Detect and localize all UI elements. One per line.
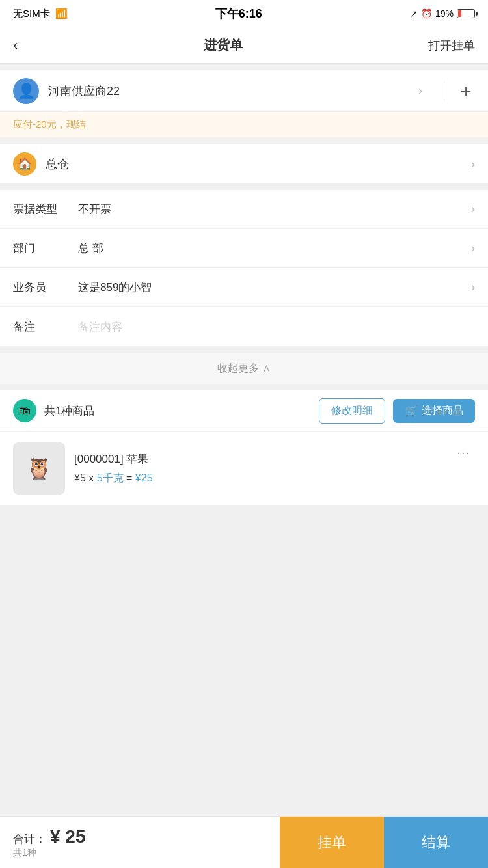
location-icon: ↗ [410,8,418,19]
dept-value: 总 部 [78,241,471,256]
total-sub: 共1种 [13,847,267,859]
time-display: 下午6:16 [215,6,262,21]
product-price: ¥5 x 5千克 = ¥25 [74,472,442,485]
status-bar: 无SIM卡 📶 下午6:16 ↗ ⏰ 19% [0,0,488,27]
product-more-button[interactable]: ··· [452,442,475,463]
open-hold-button[interactable]: 打开挂单 [428,38,475,53]
product-title: 苹果 [126,453,148,465]
top-divider [0,64,488,70]
supplier-avatar: 👤 [13,78,39,104]
product-info: [0000001] 苹果 ¥5 x 5千克 = ¥25 [74,452,442,485]
unit-price: ¥5 [74,472,86,483]
select-label: 选择商品 [422,404,463,418]
quantity: 5千克 [97,472,124,483]
remark-row[interactable]: 备注 备注内容 [0,307,488,346]
product-item: 🦉 [0000001] 苹果 ¥5 x 5千克 = ¥25 ··· [0,432,488,505]
warehouse-name: 总仓 [46,156,471,172]
sales-value: 这是859的小智 [78,280,471,295]
total-area: 合计： ¥ 25 共1种 [0,826,280,859]
product-count: 共1种商品 [44,403,311,418]
dept-arrow-icon: › [471,241,475,255]
status-left: 无SIM卡 📶 [13,8,68,20]
product-header: 🛍 共1种商品 修改明细 🛒 选择商品 [0,390,488,431]
supplier-arrow-icon: › [418,84,422,98]
supplier-row[interactable]: 👤 河南供应商22 › ＋ [0,70,488,112]
total-price: ¥25 [135,472,153,483]
avatar-icon: 👤 [18,83,35,100]
nav-bar: ‹ 进货单 打开挂单 [0,27,488,64]
collapse-bar[interactable]: 收起更多 ∧ [0,353,488,384]
product-icon: 🛍 [13,399,36,422]
status-right: ↗ ⏰ 19% [410,8,475,19]
select-icon: 🛒 [405,405,418,417]
supplier-divider [446,81,446,101]
price-separator: x [88,472,96,483]
equals: = [126,472,135,483]
battery-icon [457,9,475,18]
modify-detail-button[interactable]: 修改明细 [319,398,385,424]
bottom-bar: 合计： ¥ 25 共1种 挂单 结算 [0,816,488,868]
product-name: [0000001] 苹果 [74,452,442,467]
sales-arrow-icon: › [471,280,475,294]
hold-button[interactable]: 挂单 [280,817,384,869]
battery-percent: 19% [435,8,454,19]
notice-bar: 应付-20元，现结 [0,112,488,138]
invoice-value: 不开票 [78,202,471,217]
supplier-name: 河南供应商22 [48,83,418,99]
remark-label: 备注 [13,319,78,334]
product-code: [0000001] [74,453,124,465]
total-amount: ¥ 25 [50,826,86,847]
carrier-label: 无SIM卡 [13,8,50,20]
invoice-label: 票据类型 [13,202,78,217]
wifi-icon: 📶 [55,8,68,20]
invoice-arrow-icon: › [471,202,475,216]
select-product-button[interactable]: 🛒 选择商品 [393,399,475,423]
warehouse-arrow-icon: › [471,157,475,171]
settle-button[interactable]: 结算 [384,817,488,869]
product-thumbnail: 🦉 [13,442,65,495]
warehouse-row[interactable]: 🏠 总仓 › [0,144,488,183]
total-label: 合计： [13,832,46,847]
page-title: 进货单 [204,36,243,54]
invoice-row[interactable]: 票据类型 不开票 › [0,190,488,229]
dept-label: 部门 [13,241,78,256]
sales-row[interactable]: 业务员 这是859的小智 › [0,268,488,307]
form-section: 票据类型 不开票 › 部门 总 部 › 业务员 这是859的小智 › 备注 备注… [0,190,488,346]
remark-input[interactable]: 备注内容 [78,319,475,334]
warehouse-icon: 🏠 [13,152,36,176]
owl-icon: 🦉 [26,456,52,481]
collapse-label: 收起更多 ∧ [217,362,270,375]
sales-label: 业务员 [13,280,78,295]
alarm-icon: ⏰ [421,8,432,19]
dept-row[interactable]: 部门 总 部 › [0,229,488,268]
bottom-spacer [0,505,488,518]
back-button[interactable]: ‹ [13,37,18,54]
add-supplier-button[interactable]: ＋ [457,82,475,100]
